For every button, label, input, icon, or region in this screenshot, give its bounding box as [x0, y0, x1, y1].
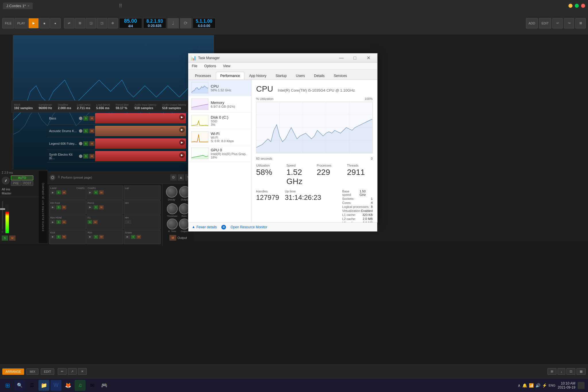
pad-kick-s[interactable]: S — [56, 235, 61, 239]
drums-clip[interactable]: ▶ — [95, 126, 186, 136]
pad-crash1-m[interactable]: M — [99, 190, 104, 194]
pad-perc1-m[interactable]: M — [99, 205, 104, 209]
tm-maximize[interactable]: □ — [348, 54, 361, 62]
auto-btn[interactable]: AUTO — [11, 175, 33, 180]
tab-performance[interactable]: Performance — [216, 72, 244, 80]
network-icon[interactable]: 📶 — [529, 383, 534, 388]
mix-btn[interactable]: MIX — [26, 368, 38, 375]
drums-solo[interactable]: S — [83, 129, 88, 133]
tempo-display[interactable]: 85.00 4/4 — [119, 18, 142, 28]
taskbar-mail[interactable]: ✉ — [87, 380, 98, 391]
transport-btn-5[interactable]: ⊕ — [108, 18, 118, 28]
extra-btn[interactable]: ⊠ — [575, 18, 586, 28]
taskbar-word[interactable]: W — [51, 380, 61, 391]
preset-settings[interactable]: ⚙ — [170, 174, 177, 181]
tm-device-memory[interactable]: Memory 6.9/7.6 GB (91%) — [188, 96, 251, 113]
loop-btn[interactable]: ⟳ — [180, 18, 192, 28]
taskbar-app[interactable]: 🎮 — [99, 380, 110, 391]
drums-play-btn[interactable]: ▶ — [179, 127, 185, 133]
mixer-solo-btn[interactable]: S — [2, 235, 8, 241]
mixer-knob[interactable] — [2, 177, 10, 185]
arr-icon2[interactable]: ↓ — [558, 368, 566, 375]
loop-display[interactable]: 5.1.1.00 4.0.0.00 — [193, 18, 216, 28]
show-desktop[interactable] — [578, 382, 585, 389]
tm-close[interactable]: ✕ — [362, 54, 375, 62]
tm-device-cpu[interactable]: CPU 58% 1.52 GHz — [188, 80, 251, 96]
tab-processes[interactable]: Processes — [191, 72, 215, 80]
transport-btn-3[interactable]: ◲ — [86, 18, 96, 28]
tm-device-gpu[interactable]: GPU 0 Intel(R) Iris(R) Plus Grap. 18% — [188, 145, 251, 162]
pad-lazer-s[interactable]: S — [56, 190, 61, 194]
pad-hh2-add[interactable]: + — [125, 220, 131, 224]
synth-play-btn[interactable]: ▶ — [179, 152, 185, 158]
file-button[interactable]: FILE — [2, 18, 14, 28]
taskbar-spotify[interactable]: ♫ — [75, 380, 86, 391]
transport-btn-4[interactable]: ◳ — [97, 18, 107, 28]
arr-select[interactable]: ↗ — [68, 368, 77, 375]
tab-services[interactable]: Services — [330, 72, 351, 80]
legend-mute[interactable]: M — [89, 141, 94, 146]
drums-mute[interactable]: M — [89, 129, 94, 133]
grid-icon[interactable]: ⠿ — [119, 3, 122, 9]
pre-btn[interactable]: PRE — [11, 181, 21, 186]
tm-menu-file[interactable]: File — [191, 63, 198, 69]
tm-minimize[interactable]: — — [335, 54, 348, 62]
power-icon[interactable]: ⚡ — [542, 383, 547, 388]
arr-icon1[interactable]: ⊞ — [548, 368, 556, 375]
fader-handle[interactable] — [0, 208, 5, 210]
rtime-knob[interactable] — [167, 219, 178, 229]
bass-clip[interactable]: ▶ — [95, 113, 186, 123]
open-monitor-btn[interactable]: Open Resource Monitor — [231, 225, 267, 229]
pad-f1-s[interactable]: S — [88, 220, 92, 224]
start-button[interactable]: ⊞ — [1, 379, 14, 392]
notification-icon[interactable]: 🔔 — [522, 383, 527, 388]
bass-solo[interactable]: S — [83, 116, 88, 121]
arr-icon4[interactable]: ▦ — [577, 368, 586, 375]
taskbar-firefox[interactable]: 🦊 — [63, 380, 74, 391]
pad-crash1[interactable]: Crash1 ▶ S M — [86, 186, 123, 200]
taskbar-explorer[interactable]: 📁 — [38, 380, 49, 391]
tab-details[interactable]: Details — [310, 72, 329, 80]
pad-lazer-play[interactable]: ▶ — [50, 190, 55, 194]
tm-device-disk[interactable]: Disk 0 (C:) SSD 3% — [188, 113, 251, 129]
maximize-button[interactable] — [575, 4, 579, 8]
tray-expand[interactable]: ∧ — [518, 383, 521, 388]
tab-close[interactable]: × — [28, 4, 29, 7]
legend-solo[interactable]: S — [83, 141, 88, 146]
pad-hhfoot-play[interactable]: ▶ — [50, 205, 55, 209]
bass-mute[interactable]: M — [89, 116, 94, 121]
tab-startup[interactable]: Startup — [271, 72, 291, 80]
close-button[interactable] — [581, 4, 585, 8]
legend-play-btn[interactable]: ▶ — [179, 140, 185, 145]
pad-kick-play[interactable]: ▶ — [50, 235, 55, 239]
pad-snare[interactable]: Snare ▶ S M — [124, 230, 160, 244]
pad-snare-s[interactable]: S — [131, 235, 136, 239]
pad-hh2[interactable]: HH + — [124, 215, 160, 229]
arr-pencil[interactable]: ✏ — [58, 368, 67, 375]
volume-icon[interactable]: 🔊 — [535, 383, 540, 388]
tm-menu-options[interactable]: Options — [203, 63, 217, 69]
record-button[interactable]: ● — [50, 18, 61, 28]
pad-snare-play[interactable]: ▶ — [125, 235, 130, 239]
pad-kick[interactable]: Kick ▶ S M — [49, 230, 86, 244]
fader-track[interactable] — [2, 201, 3, 230]
pad-hhfoot-s[interactable]: S — [56, 205, 61, 209]
bass-enable[interactable] — [79, 117, 82, 120]
pad-f1[interactable]: F1 S M — [86, 215, 123, 229]
tab-users[interactable]: Users — [291, 72, 309, 80]
taskbar-search[interactable]: 🔍 — [14, 380, 25, 391]
legend-clip[interactable]: ▶ — [95, 138, 186, 149]
pad-kick-m[interactable]: M — [62, 235, 66, 239]
play-label-button[interactable]: PLAY — [15, 18, 28, 28]
pad-rim-s[interactable]: S — [94, 235, 98, 239]
pad-hhfoot[interactable]: HH Foot ▶ S M — [49, 200, 86, 215]
pad-snare-m[interactable]: M — [136, 235, 141, 239]
redo-button[interactable]: ↪ — [564, 18, 574, 28]
post-btn[interactable]: POST — [22, 181, 33, 186]
transport-btn-2[interactable]: ⊞ — [75, 18, 85, 28]
bass-play-btn[interactable]: ▶ — [179, 114, 185, 120]
fewer-details-btn[interactable]: ▼ Fewer details — [192, 225, 217, 229]
arr-icon3[interactable]: ⊡ — [566, 368, 575, 375]
arrange-btn[interactable]: ARRANGE — [2, 368, 24, 375]
output-m-btn[interactable]: M — [169, 235, 176, 241]
